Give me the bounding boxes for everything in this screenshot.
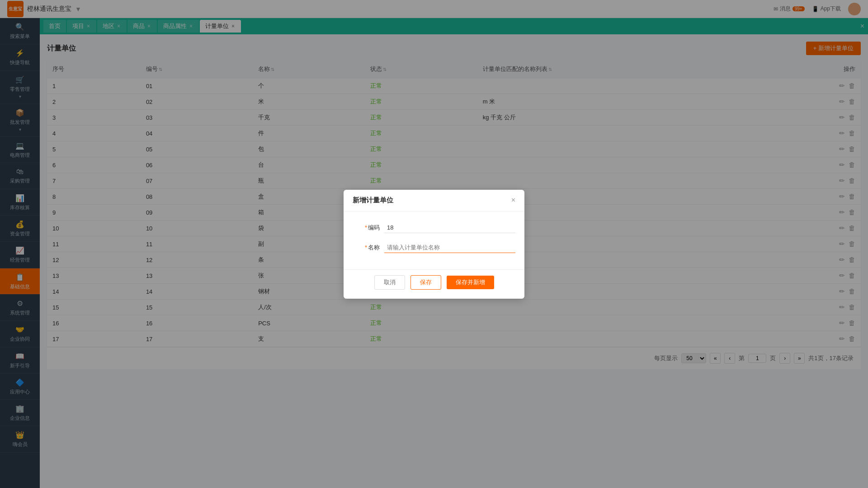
code-input[interactable] bbox=[384, 222, 515, 233]
name-input[interactable] bbox=[384, 242, 515, 253]
modal-title: 新增计量单位 bbox=[353, 196, 393, 205]
add-unit-modal: 新增计量单位 × *编码 *名称 取消 保存 保存并新增 bbox=[344, 190, 524, 299]
cancel-button[interactable]: 取消 bbox=[374, 275, 405, 290]
save-button[interactable]: 保存 bbox=[410, 275, 441, 290]
modal-body: *编码 *名称 bbox=[344, 211, 524, 269]
name-label: *名称 bbox=[353, 244, 380, 252]
code-form-item: *编码 bbox=[353, 222, 515, 233]
save-and-new-button[interactable]: 保存并新增 bbox=[447, 276, 494, 289]
modal-header: 新增计量单位 × bbox=[344, 190, 524, 211]
modal-close-button[interactable]: × bbox=[511, 196, 515, 204]
name-form-item: *名称 bbox=[353, 242, 515, 253]
modal-overlay[interactable]: 新增计量单位 × *编码 *名称 取消 保存 保存并新增 bbox=[0, 0, 868, 488]
code-label: *编码 bbox=[353, 224, 380, 232]
modal-footer: 取消 保存 保存并新增 bbox=[344, 269, 524, 299]
